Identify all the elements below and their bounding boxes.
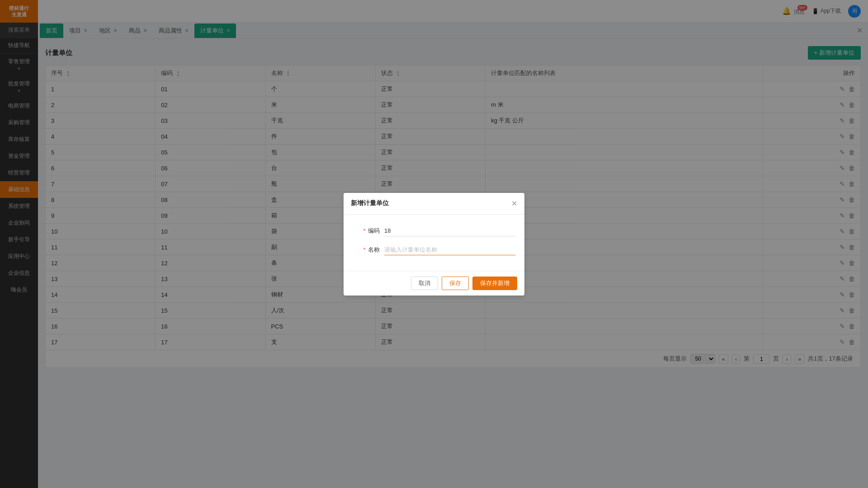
add-unit-modal: 新增计量单位 ✕ * 编码 * 名称 — [344, 193, 524, 296]
main-area: 🔔 99+ 消息 📱 App下载 用 首页 项目 ✕ 地区 ✕ 商品 — [38, 0, 868, 488]
save-new-button[interactable]: 保存并新增 — [472, 277, 517, 290]
modal-close-button[interactable]: ✕ — [511, 199, 517, 208]
name-label: * 名称 — [353, 246, 380, 254]
code-label: * 编码 — [353, 227, 380, 235]
modal-overlay: 新增计量单位 ✕ * 编码 * 名称 — [38, 39, 868, 488]
modal-footer: 取消 保存 保存并新增 — [344, 271, 524, 296]
form-row-name: * 名称 — [353, 244, 515, 255]
code-input[interactable] — [384, 225, 515, 236]
modal-header: 新增计量单位 ✕ — [344, 193, 524, 215]
name-input[interactable] — [384, 244, 515, 255]
form-row-code: * 编码 — [353, 225, 515, 236]
cancel-button[interactable]: 取消 — [411, 277, 438, 290]
required-mark: * — [363, 227, 365, 234]
modal-body: * 编码 * 名称 — [344, 215, 524, 271]
save-button[interactable]: 保存 — [442, 277, 469, 290]
required-mark-name: * — [363, 246, 365, 253]
modal-title: 新增计量单位 — [351, 199, 389, 207]
content-area: 计量单位 + 新增计量单位 序号 ▲▼ 编码 ▲▼ 名称 ▲▼ 状态 ▲▼ 计量… — [38, 39, 868, 488]
